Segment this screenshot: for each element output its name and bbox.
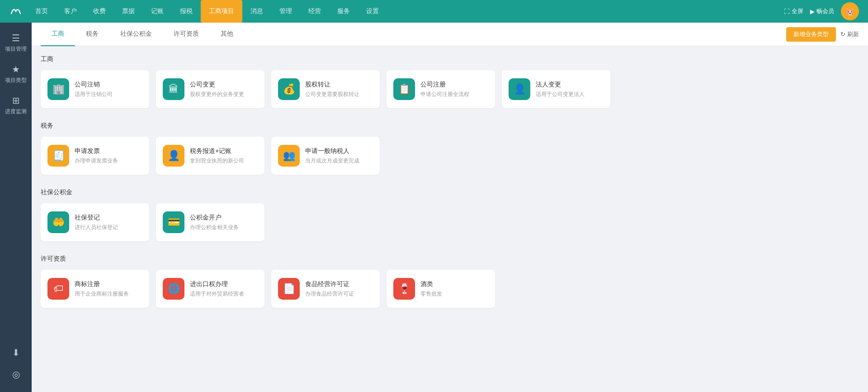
business-card-申请发票[interactable]: 🧾申请发票办理申请发票业务 (41, 137, 149, 175)
card-desc: 当月或次月成变更完成 (305, 157, 373, 165)
section-税务: 税务🧾申请发票办理申请发票业务👤税务报道+记账拿到营业执照的新公司👥申请一般纳税… (41, 122, 859, 175)
card-desc: 适用于注销公司 (75, 91, 142, 98)
card-text: 社保登记进行人员社保登记 (75, 214, 142, 231)
card-icon: 🏢 (47, 78, 69, 100)
card-title: 法人变更 (536, 81, 604, 89)
nav-item-工商项目[interactable]: 工商项目 (201, 0, 242, 23)
card-title: 公司注销 (75, 81, 142, 89)
card-desc: 办理食品经营许可证 (305, 290, 373, 298)
tab-工商[interactable]: 工商 (41, 23, 75, 46)
nav-item-经营[interactable]: 经营 (300, 0, 329, 23)
business-card-酒类[interactable]: 🍷酒类零售批发 (387, 270, 495, 308)
card-title: 食品经营许可证 (305, 280, 373, 288)
card-icon: 💳 (163, 211, 184, 233)
grid-icon: ⊞ (12, 95, 20, 106)
nav-item-客户[interactable]: 客户 (56, 0, 85, 23)
card-desc: 公司变更需要股权转让 (305, 91, 373, 98)
sidebar-item-project-type[interactable]: ★ 项目类型 (0, 58, 32, 90)
card-text: 公司注销适用于注销公司 (75, 81, 142, 98)
vip-icon: ▶ (810, 8, 815, 15)
card-desc: 拿到营业执照的新公司 (190, 157, 258, 165)
list-icon: ☰ (12, 33, 20, 43)
card-icon: 🏷 (47, 278, 69, 300)
cards-grid: 🏢公司注销适用于注销公司🏛公司变更股权变更外的业务变更💰股权转让公司变更需要股权… (41, 70, 859, 108)
card-icon: 🧾 (47, 145, 69, 167)
card-desc: 申请公司注册全流程 (420, 91, 488, 98)
nav-items: 首页客户收费票据记账报税工商项目消息管理经营服务设置 (27, 0, 784, 23)
vip-btn[interactable]: ▶ 畅会员 (810, 7, 834, 15)
tab-其他[interactable]: 其他 (210, 23, 244, 46)
card-desc: 进行人员社保登记 (75, 224, 142, 231)
nav-item-服务[interactable]: 服务 (329, 0, 358, 23)
business-card-税务报道+记账[interactable]: 👤税务报道+记账拿到营业执照的新公司 (156, 137, 264, 175)
business-card-股权转让[interactable]: 💰股权转让公司变更需要股权转让 (271, 70, 380, 108)
nav-item-设置[interactable]: 设置 (358, 0, 387, 23)
business-card-社保登记[interactable]: 🤲社保登记进行人员社保登记 (41, 203, 149, 241)
card-icon: 👤 (163, 145, 184, 167)
business-card-公司变更[interactable]: 🏛公司变更股权变更外的业务变更 (156, 70, 264, 108)
tab-税务[interactable]: 税务 (75, 23, 109, 46)
card-text: 公司注册申请公司注册全流程 (420, 81, 488, 98)
nav-item-管理[interactable]: 管理 (271, 0, 300, 23)
business-card-法人变更[interactable]: 👤法人变更适用于公司变更法人 (502, 70, 610, 108)
cards-grid: 🤲社保登记进行人员社保登记💳公积金开户办理公积金相关业务 (41, 203, 859, 241)
tab-社保公积金[interactable]: 社保公积金 (109, 23, 163, 46)
sidebar-item-project-management[interactable]: ☰ 项目管理 (0, 27, 32, 58)
business-card-进出口权办理[interactable]: 🌐进出口权办理适用于对外贸易经营者 (156, 270, 264, 308)
card-text: 申请一般纳税人当月或次月成变更完成 (305, 147, 373, 165)
tabs-bar: 工商税务社保公积金许可资质其他 新增业务类型 ↻ 刷新 (32, 23, 868, 46)
tabs-list: 工商税务社保公积金许可资质其他 (41, 23, 786, 46)
card-desc: 适用于对外贸易经营者 (190, 290, 258, 298)
sidebar-item-progress-monitor[interactable]: ⊞ 进度监测 (0, 90, 32, 121)
section-title: 税务 (41, 122, 859, 130)
download-icon: ⬇ (12, 347, 20, 358)
card-icon: 👤 (509, 78, 530, 100)
business-card-公司注销[interactable]: 🏢公司注销适用于注销公司 (41, 70, 149, 108)
card-title: 股权转让 (305, 81, 373, 89)
section-工商: 工商🏢公司注销适用于注销公司🏛公司变更股权变更外的业务变更💰股权转让公司变更需要… (41, 55, 859, 108)
card-title: 社保登记 (75, 214, 142, 222)
card-text: 食品经营许可证办理食品经营许可证 (305, 280, 373, 298)
nav-item-首页[interactable]: 首页 (27, 0, 56, 23)
nav-right: ⛶ 全屏 ▶ 畅会员 🐹 (784, 2, 859, 20)
card-title: 公司变更 (190, 81, 258, 89)
nav-item-报税[interactable]: 报税 (172, 0, 201, 23)
top-navigation: 首页客户收费票据记账报税工商项目消息管理经营服务设置 ⛶ 全屏 ▶ 畅会员 🐹 (0, 0, 868, 23)
section-title: 工商 (41, 55, 859, 63)
refresh-button[interactable]: ↻ 刷新 (840, 30, 859, 38)
nav-item-收费[interactable]: 收费 (85, 0, 114, 23)
nav-item-票据[interactable]: 票据 (114, 0, 143, 23)
section-title: 许可资质 (41, 255, 859, 263)
card-icon: 🤲 (47, 211, 69, 233)
card-title: 申请发票 (75, 147, 142, 155)
tabs-actions: 新增业务类型 ↻ 刷新 (786, 27, 859, 42)
nav-item-记账[interactable]: 记账 (143, 0, 172, 23)
card-desc: 股权变更外的业务变更 (190, 91, 258, 98)
card-text: 股权转让公司变更需要股权转让 (305, 81, 373, 98)
section-社保公积金: 社保公积金🤲社保登记进行人员社保登记💳公积金开户办理公积金相关业务 (41, 188, 859, 241)
card-text: 公积金开户办理公积金相关业务 (190, 214, 258, 231)
card-text: 酒类零售批发 (420, 280, 488, 298)
card-icon: 🍷 (393, 278, 415, 300)
new-type-button[interactable]: 新增业务类型 (786, 27, 836, 42)
cards-grid: 🏷商标注册用于企业商标注册服务🌐进出口权办理适用于对外贸易经营者📄食品经营许可证… (41, 270, 859, 308)
help-icon: ◎ (12, 369, 20, 380)
scroll-content[interactable]: 工商🏢公司注销适用于注销公司🏛公司变更股权变更外的业务变更💰股权转让公司变更需要… (32, 46, 868, 392)
sidebar-help-btn[interactable]: ◎ (0, 363, 32, 385)
card-text: 法人变更适用于公司变更法人 (536, 81, 604, 98)
nav-item-消息[interactable]: 消息 (242, 0, 271, 23)
card-title: 公积金开户 (190, 214, 258, 222)
card-icon: 👥 (278, 145, 300, 167)
business-card-公司注册[interactable]: 📋公司注册申请公司注册全流程 (387, 70, 495, 108)
sidebar: ☰ 项目管理 ★ 项目类型 ⊞ 进度监测 ⬇ ◎ (0, 23, 32, 392)
business-card-公积金开户[interactable]: 💳公积金开户办理公积金相关业务 (156, 203, 264, 241)
tab-许可资质[interactable]: 许可资质 (163, 23, 210, 46)
business-card-商标注册[interactable]: 🏷商标注册用于企业商标注册服务 (41, 270, 149, 308)
card-desc: 办理申请发票业务 (75, 157, 142, 165)
fullscreen-btn[interactable]: ⛶ 全屏 (784, 7, 803, 15)
business-card-申请一般纳税人[interactable]: 👥申请一般纳税人当月或次月成变更完成 (271, 137, 380, 175)
card-desc: 用于企业商标注册服务 (75, 290, 142, 298)
sidebar-download-btn[interactable]: ⬇ (0, 342, 32, 363)
card-text: 进出口权办理适用于对外贸易经营者 (190, 280, 258, 298)
business-card-食品经营许可证[interactable]: 📄食品经营许可证办理食品经营许可证 (271, 270, 380, 308)
